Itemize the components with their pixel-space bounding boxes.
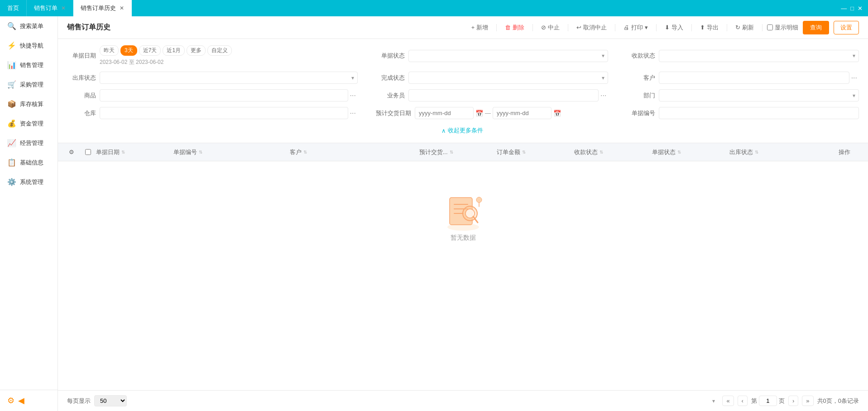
cancel-stop-button[interactable]: ↩ 取消中止 (573, 22, 610, 34)
warehouse-ellipsis[interactable]: ··· (348, 109, 358, 117)
sidebar-item-basic-info[interactable]: 📋 基础信息 (0, 153, 58, 172)
expected-delivery-end[interactable] (493, 107, 551, 119)
col-no: 单据编号 ⇅ (173, 148, 290, 156)
goods-ellipsis[interactable]: ··· (348, 92, 358, 100)
settings-button[interactable]: 设置 (834, 21, 859, 34)
page-size-wrapper: 20 50 100 (94, 395, 719, 406)
empty-illustration (436, 189, 490, 234)
sort-icon-doc-status[interactable]: ⇅ (677, 150, 681, 155)
col-action: 操作 (826, 148, 863, 156)
display-detail-checkbox[interactable]: 显示明细 (767, 24, 798, 32)
outbound-status-select[interactable] (100, 72, 358, 84)
completion-status-select[interactable] (408, 72, 609, 84)
filter-completion-status: 完成状态 (376, 72, 609, 84)
maximize-btn[interactable]: □ (850, 5, 854, 12)
sidebar-item-quick-nav[interactable]: ⚡ 快捷导航 (0, 36, 58, 55)
tab-sales-order-history[interactable]: 销售订单历史 ✕ (73, 0, 132, 16)
divider8 (762, 24, 762, 31)
sales-icon: 📊 (7, 61, 16, 69)
sort-icon-no[interactable]: ⇅ (199, 150, 202, 155)
date-btn-custom[interactable]: 自定义 (207, 45, 232, 56)
col-amount: 订单金额 ⇅ (497, 148, 574, 156)
sidebar-item-finance[interactable]: 💰 资金管理 (0, 114, 58, 133)
sidebar-item-search[interactable]: 🔍 搜索菜单 (0, 16, 58, 36)
expected-delivery-start[interactable] (415, 107, 474, 119)
close-sales-order-tab[interactable]: ✕ (61, 5, 66, 11)
select-all-checkbox[interactable] (85, 149, 91, 155)
empty-state: 暂无数据 (58, 161, 868, 269)
expected-delivery-start-icon[interactable]: 📅 (475, 110, 483, 117)
filter-payment-status-label: 收款状态 (626, 52, 659, 60)
refresh-icon: ↻ (735, 24, 740, 31)
system-icon: ⚙️ (7, 178, 16, 186)
minimize-btn[interactable]: — (841, 5, 847, 12)
delete-button[interactable]: 🗑 删除 (501, 22, 528, 34)
page-number-input[interactable] (759, 396, 777, 406)
refresh-button[interactable]: ↻ 刷新 (732, 22, 758, 34)
customer-input[interactable] (659, 72, 849, 84)
print-button[interactable]: 🖨 打印 ▾ (620, 22, 652, 34)
finance-icon: 💰 (7, 119, 16, 128)
sort-icon-customer[interactable]: ⇅ (303, 150, 307, 155)
sidebar-settings-icon[interactable]: ⚙ (7, 396, 14, 406)
print-dropdown-icon: ▾ (645, 24, 648, 31)
expected-delivery-end-icon[interactable]: 📅 (553, 110, 561, 117)
layout: 🔍 搜索菜单 ⚡ 快捷导航 📊 销售管理 🛒 采购管理 📦 库存核算 💰 资金管… (0, 16, 868, 411)
date-btn-more[interactable]: 更多 (187, 45, 206, 56)
department-select[interactable] (659, 89, 859, 102)
sidebar-collapse-icon[interactable]: ◀ (18, 396, 24, 406)
export-icon: ⬆ (700, 24, 705, 31)
sort-icon-delivery[interactable]: ⇅ (450, 150, 453, 155)
query-button[interactable]: 查询 (803, 21, 829, 34)
sort-icon-pay-status[interactable]: ⇅ (599, 150, 603, 155)
display-detail-input[interactable] (767, 24, 773, 30)
customer-ellipsis[interactable]: ··· (849, 74, 859, 82)
payment-status-select-wrapper (659, 50, 859, 62)
sidebar-item-purchase[interactable]: 🛒 采购管理 (0, 75, 58, 94)
payment-status-select[interactable] (659, 50, 859, 62)
sort-icon-out-status[interactable]: ⇅ (755, 150, 758, 155)
stop-button[interactable]: ⊘ 中止 (537, 22, 563, 34)
collapse-link[interactable]: ∧ 收起更多条件 (67, 125, 859, 136)
close-sales-order-history-tab[interactable]: ✕ (120, 5, 124, 11)
date-btn-3days[interactable]: 3天 (120, 45, 137, 56)
first-page-btn[interactable]: « (722, 396, 734, 406)
col-check[interactable] (80, 149, 96, 155)
tab-home[interactable]: 首页 (0, 0, 27, 16)
import-button[interactable]: ⬇ 导入 (661, 22, 687, 34)
sidebar-item-system[interactable]: ⚙️ 系统管理 (0, 172, 58, 192)
goods-input[interactable] (100, 89, 348, 102)
page-size-select[interactable]: 20 50 100 (94, 395, 127, 406)
date-range-display: 2023-06-02 至 2023-06-02 (100, 58, 232, 66)
settings-icon[interactable]: ⚙ (69, 149, 74, 155)
salesperson-input[interactable] (408, 89, 599, 102)
warehouse-input[interactable] (100, 107, 348, 119)
new-button[interactable]: + 新增 (468, 22, 492, 34)
close-btn[interactable]: ✕ (858, 5, 863, 12)
salesperson-ellipsis[interactable]: ··· (599, 92, 608, 100)
expected-delivery-date-wrapper: 📅 — 📅 (415, 107, 609, 119)
date-btn-yesterday[interactable]: 昨天 (100, 45, 119, 56)
export-button[interactable]: ⬆ 导出 (696, 22, 722, 34)
salesperson-input-wrapper: ··· (408, 89, 609, 102)
next-page-btn[interactable]: › (788, 396, 798, 406)
sort-icon-date[interactable]: ⇅ (121, 150, 125, 155)
doc-status-select[interactable] (408, 50, 609, 62)
sidebar-item-inventory[interactable]: 📦 库存核算 (0, 94, 58, 114)
filter-row-4: 仓库 ··· 预计交货日期 📅 — 📅 (67, 107, 859, 119)
filter-expected-delivery-label: 预计交货日期 (376, 109, 415, 117)
prev-page-btn[interactable]: ‹ (738, 396, 748, 406)
filter-department-label: 部门 (626, 92, 659, 100)
filter-salesperson-label: 业务员 (376, 92, 408, 100)
stop-icon: ⊘ (541, 24, 546, 31)
filter-row-1: 单据日期 昨天 3天 近7天 近1月 更多 自定义 2023-06-02 (67, 45, 859, 66)
sidebar-item-sales[interactable]: 📊 销售管理 (0, 55, 58, 75)
col-settings[interactable]: ⚙ (63, 149, 80, 155)
tab-sales-order[interactable]: 销售订单 ✕ (27, 0, 73, 16)
date-btn-7days[interactable]: 近7天 (139, 45, 161, 56)
last-page-btn[interactable]: » (802, 396, 813, 406)
date-btn-1month[interactable]: 近1月 (163, 45, 185, 56)
sort-icon-amount[interactable]: ⇅ (522, 150, 526, 155)
sidebar-item-operations[interactable]: 📈 经营管理 (0, 133, 58, 153)
doc-no-input[interactable] (659, 107, 859, 119)
